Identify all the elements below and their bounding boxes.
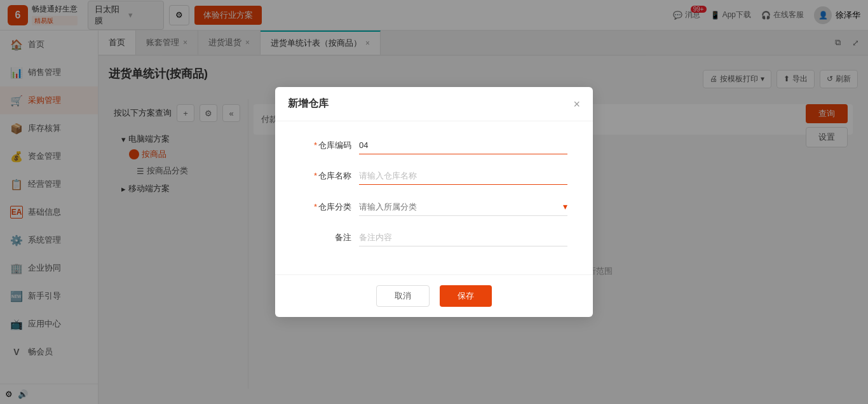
warehouse-name-row: 仓库名称 <box>301 167 567 185</box>
warehouse-category-label: 仓库分类 <box>301 201 351 213</box>
modal-footer: 取消 保存 <box>275 274 593 317</box>
category-arrow-icon: ▾ <box>563 201 567 212</box>
warehouse-code-input[interactable] <box>359 137 567 154</box>
warehouse-name-input[interactable] <box>359 167 567 185</box>
remark-label: 备注 <box>301 232 351 243</box>
cancel-button[interactable]: 取消 <box>376 285 430 307</box>
modal-close-button[interactable]: × <box>573 98 580 110</box>
add-warehouse-modal: 新增仓库 × 仓库编码 仓库名称 仓库分类 ▾ <box>275 87 593 317</box>
modal-title: 新增仓库 <box>288 97 329 111</box>
modal-body: 仓库编码 仓库名称 仓库分类 ▾ 备注 <box>275 121 593 274</box>
modal-header: 新增仓库 × <box>275 87 593 121</box>
warehouse-category-input[interactable] <box>359 202 563 212</box>
remark-input[interactable] <box>359 229 567 246</box>
warehouse-name-label: 仓库名称 <box>301 170 351 182</box>
modal-overlay[interactable]: 新增仓库 × 仓库编码 仓库名称 仓库分类 ▾ <box>0 0 868 404</box>
warehouse-code-label: 仓库编码 <box>301 140 351 151</box>
warehouse-category-select[interactable]: ▾ <box>359 198 567 216</box>
warehouse-category-row: 仓库分类 ▾ <box>301 198 567 216</box>
warehouse-code-row: 仓库编码 <box>301 137 567 154</box>
save-button[interactable]: 保存 <box>440 285 492 307</box>
remark-row: 备注 <box>301 229 567 246</box>
